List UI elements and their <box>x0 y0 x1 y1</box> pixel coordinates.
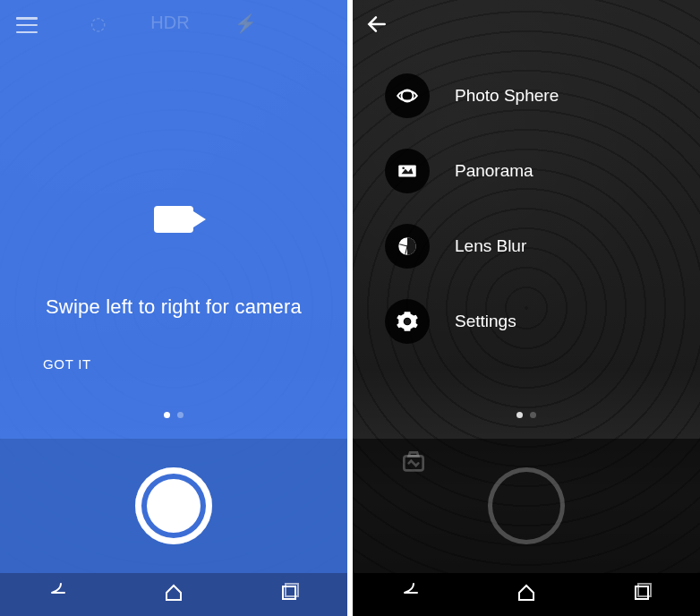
panorama-icon <box>385 149 430 193</box>
recents-nav-icon[interactable] <box>278 582 300 607</box>
svg-point-5 <box>402 167 405 169</box>
lens-blur-icon <box>385 224 430 269</box>
hdr-toggle[interactable]: HDR <box>150 13 189 34</box>
screenshot-right: Photo Sphere Panorama <box>353 0 700 616</box>
back-nav-icon[interactable] <box>47 582 69 607</box>
page-indicator <box>353 412 700 418</box>
menu-item-label: Settings <box>455 312 516 331</box>
svg-point-7 <box>405 319 411 325</box>
back-arrow-icon[interactable] <box>365 13 388 39</box>
menu-item-label: Photo Sphere <box>455 86 559 106</box>
recents-nav-icon[interactable] <box>631 582 653 607</box>
photo-sphere-icon <box>385 73 430 118</box>
page-dot-active <box>164 412 170 418</box>
android-navbar <box>353 573 700 616</box>
shutter-area <box>0 439 347 573</box>
page-dot-inactive <box>530 412 536 418</box>
menu-item-photo-sphere[interactable]: Photo Sphere <box>385 73 668 118</box>
shutter-button[interactable] <box>488 467 565 544</box>
menu-item-label: Panorama <box>455 161 534 181</box>
onboarding-hint-text: Swipe left to right for camera <box>46 295 302 319</box>
menu-item-label: Lens Blur <box>455 236 526 256</box>
gear-icon <box>385 299 430 344</box>
capture-mode-menu: Photo Sphere Panorama <box>385 73 668 344</box>
timer-icon[interactable]: ◌ <box>90 13 106 34</box>
camera-controls-row: ◌ HDR ⚡ <box>0 13 347 34</box>
screenshot-left: ◌ HDR ⚡ Swipe left to right for camera G… <box>0 0 347 616</box>
menu-item-settings[interactable]: Settings <box>385 299 668 344</box>
home-nav-icon[interactable] <box>163 582 184 607</box>
page-dot-inactive <box>177 412 184 418</box>
video-camera-icon <box>154 206 193 233</box>
back-nav-icon[interactable] <box>400 582 422 607</box>
switch-camera-icon[interactable] <box>399 448 428 476</box>
page-indicator <box>0 412 347 418</box>
flash-icon[interactable]: ⚡ <box>235 13 257 34</box>
home-nav-icon[interactable] <box>516 582 537 607</box>
onboarding-content: Swipe left to right for camera <box>0 206 347 319</box>
menu-item-panorama[interactable]: Panorama <box>385 149 668 193</box>
got-it-button[interactable]: GOT IT <box>43 356 91 372</box>
page-dot-active <box>516 412 523 418</box>
shutter-button[interactable] <box>135 467 212 544</box>
top-bar: ◌ HDR ⚡ <box>0 0 347 50</box>
shutter-area <box>353 439 700 573</box>
menu-item-lens-blur[interactable]: Lens Blur <box>385 224 668 269</box>
android-navbar <box>0 573 347 616</box>
